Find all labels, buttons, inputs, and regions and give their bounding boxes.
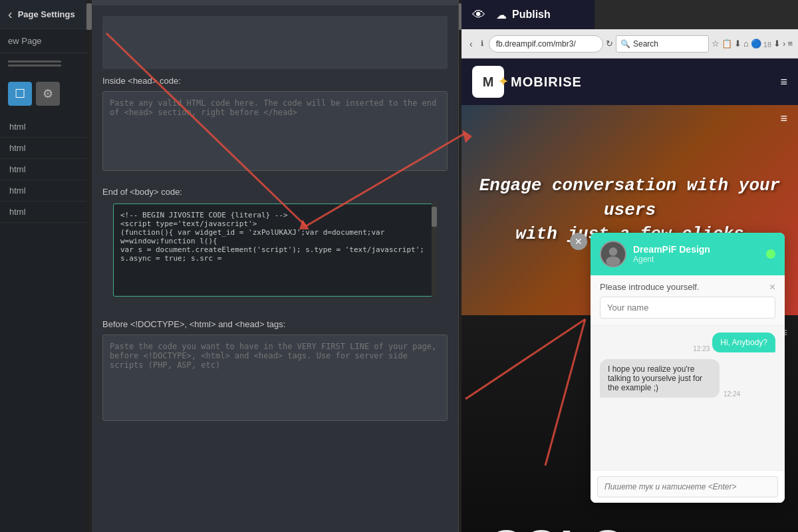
mobirise-logo: M ✦ MOBIRISE <box>472 66 582 98</box>
sidebar-title-label: Page Settings <box>18 9 75 19</box>
publish-upload-icon: ☁ <box>496 9 507 21</box>
message-time: 12:24 <box>724 390 740 398</box>
browser-ext-icon[interactable]: ⬇ <box>773 39 781 49</box>
browser-bookmark-icon[interactable]: 📋 <box>722 39 732 49</box>
logo-rays: ✦ <box>498 74 508 89</box>
browser-addon-icon[interactable]: 🔵 <box>751 39 761 49</box>
logo-letter: M <box>483 74 494 90</box>
browser-download-icon[interactable]: ⬇ <box>734 39 741 49</box>
head-code-label: Inside <head> code: <box>102 76 448 86</box>
doctype-section: Before <!DOCTYPE>, <html> and <head> tag… <box>92 313 458 430</box>
page-settings-panel: Inside <head> code: End of <body> code: … <box>86 0 459 532</box>
browser-search-area[interactable]: 🔍 <box>616 35 709 53</box>
sidebar-item[interactable]: html <box>0 159 86 180</box>
mobirise-hamburger-icon[interactable]: ≡ <box>780 75 787 89</box>
body-code-editor[interactable]: <!-- BEGIN JIVOSITE CODE {literal} --> <… <box>113 203 437 297</box>
publish-button[interactable]: ☁ Publish <box>496 9 551 21</box>
doctype-label: Before <!DOCTYPE>, <html> and <head> tag… <box>102 319 448 329</box>
head-code-textarea[interactable] <box>102 91 448 171</box>
browser-reload-button[interactable]: ↻ <box>606 39 613 49</box>
chat-message-row: I hope you realize you're talking to you… <box>600 359 775 398</box>
svg-point-1 <box>609 247 618 256</box>
sidebar-header: ‹ Page Settings <box>0 0 86 29</box>
publish-label: Publish <box>512 9 551 21</box>
head-code-section: Inside <head> code: <box>92 69 458 180</box>
preview-eye-icon[interactable]: 👁 <box>472 7 485 23</box>
chat-header: DreamPiF Design Agent <box>591 233 785 275</box>
sidebar-item[interactable]: html <box>0 180 86 201</box>
browser-menu-icon[interactable]: ≡ <box>787 39 793 49</box>
chat-widget: DreamPiF Design Agent × Please introduce… <box>591 233 785 503</box>
body-code-label: End of <body> code: <box>102 187 448 197</box>
settings-icon-button[interactable]: ⚙ <box>36 82 60 106</box>
chat-messages-area: 12:23 Hi, Anybody? I hope you realize yo… <box>591 326 785 470</box>
sidebar-back-button[interactable]: ‹ <box>8 7 13 22</box>
new-page-label: ew Page <box>0 29 86 53</box>
chat-intro-section: × Please introduce yourself. <box>591 275 785 326</box>
sidebar-items-list: html html html html html <box>0 111 86 532</box>
agent-role: Agent <box>633 255 759 264</box>
browser-home-icon[interactable]: ⌂ <box>743 39 749 49</box>
mobirise-logo-icon: M ✦ <box>472 66 504 98</box>
chat-bubble-right: Hi, Anybody? <box>712 332 775 352</box>
chat-message-row: 12:23 Hi, Anybody? <box>600 332 775 352</box>
browser-star-icon[interactable]: ☆ <box>712 39 720 49</box>
agent-name: DreamPiF Design <box>633 244 759 255</box>
sidebar-item[interactable]: html <box>0 201 86 223</box>
online-status-dot <box>766 249 775 259</box>
browser-search-input[interactable] <box>633 39 700 49</box>
chat-close-x-button[interactable]: × <box>769 282 775 293</box>
sidebar-item[interactable]: html <box>0 138 86 159</box>
chat-name-input[interactable] <box>600 297 775 319</box>
code-scrollbar[interactable] <box>432 203 437 297</box>
page-icon-button[interactable]: ☐ <box>8 82 32 106</box>
browser-badge-icon: 18 <box>763 37 771 51</box>
browser-url-bar[interactable]: fb.dreampif.com/mbr3/ <box>489 35 603 53</box>
search-icon: 🔍 <box>620 39 630 49</box>
browser-info-button[interactable]: ℹ <box>478 38 486 49</box>
url-text: fb.dreampif.com/mbr3/ <box>496 39 576 49</box>
sidebar-icon-row: ☐ ⚙ <box>0 76 86 111</box>
svg-point-2 <box>606 257 620 266</box>
top-toolbar: 👁 ☁ Publish <box>462 0 595 29</box>
chat-input-area <box>591 470 785 503</box>
left-sidebar: ‹ Page Settings ew Page ☐ ⚙ html html ht… <box>0 0 86 532</box>
divider-line <box>8 65 61 66</box>
browser-more-icon[interactable]: › <box>783 39 785 49</box>
body-code-section: End of <body> code: <!-- BEGIN JIVOSITE … <box>92 180 458 313</box>
colo-text: COLO <box>488 520 626 532</box>
browser-icon-row: ☆ 📋 ⬇ ⌂ 🔵 18 ⬇ › ≡ <box>712 37 793 51</box>
doctype-textarea[interactable] <box>102 334 448 421</box>
sidebar-dividers <box>0 53 86 74</box>
body-code-area: <!-- BEGIN JIVOSITE CODE {literal} --> <… <box>113 203 437 299</box>
divider-line <box>8 61 61 63</box>
chat-bubble-left: I hope you realize you're talking to you… <box>600 359 720 398</box>
close-overlay-button[interactable]: ✕ <box>570 233 587 250</box>
browser-chrome-bar: ‹ ℹ fb.dreampif.com/mbr3/ ↻ 🔍 ☆ 📋 ⬇ ⌂ 🔵 … <box>462 29 798 59</box>
chat-agent-info: DreamPiF Design Agent <box>633 244 759 264</box>
code-scrollbar-thumb <box>432 207 437 227</box>
mobirise-title: MOBIRISE <box>511 74 582 90</box>
message-time: 12:23 <box>693 345 710 352</box>
sidebar-item[interactable]: html <box>0 116 86 138</box>
intro-text: Please introduce yourself. <box>600 282 700 292</box>
chat-message-input[interactable] <box>597 476 778 497</box>
hero-hamburger-icon[interactable]: ≡ <box>780 112 787 126</box>
page-preview-box <box>102 16 448 69</box>
mobirise-header: M ✦ MOBIRISE ≡ <box>462 59 798 105</box>
browser-back-button[interactable]: ‹ <box>467 37 475 51</box>
chat-agent-avatar <box>600 241 626 267</box>
